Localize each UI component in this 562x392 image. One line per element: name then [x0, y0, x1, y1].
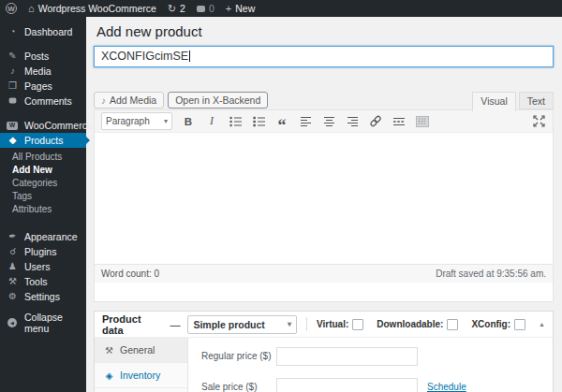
collapse-panel-icon[interactable]: ▲: [539, 321, 545, 327]
blockquote-button[interactable]: “: [274, 110, 289, 133]
link-icon: [369, 115, 382, 127]
sidebar-item-label: Plugins: [24, 246, 56, 257]
cube-icon: ◆: [7, 136, 19, 145]
updates-menu[interactable]: ↻ 2: [168, 3, 185, 14]
tab-general[interactable]: ⚒ General: [95, 338, 187, 363]
tab-text[interactable]: Text: [519, 92, 554, 109]
align-center-button[interactable]: [321, 114, 336, 129]
bulleted-list-button[interactable]: [228, 114, 243, 129]
comment-count: 0: [209, 3, 214, 14]
pages-icon: ❐: [7, 81, 19, 91]
sale-price-input[interactable]: [276, 378, 418, 392]
virtual-checkbox-label[interactable]: Virtual:: [317, 319, 363, 330]
product-data-header: Product data — Simple product ▾ Virtual:…: [95, 312, 553, 338]
collapse-arrow-icon: ◀: [7, 318, 19, 327]
regular-price-input[interactable]: [276, 347, 418, 366]
editor-toolbar: Paragraph ▾ B I “: [95, 110, 553, 133]
sidebar-item-posts[interactable]: ✎ Posts: [0, 49, 86, 64]
italic-button[interactable]: I: [204, 114, 219, 129]
schedule-link[interactable]: Schedule: [427, 382, 466, 392]
word-count: Word count: 0: [101, 269, 159, 279]
sidebar-item-plugins[interactable]: ☌ Plugins: [0, 244, 86, 259]
chevron-down-icon: ▾: [164, 117, 168, 125]
woocommerce-icon: W: [7, 122, 19, 130]
xconfig-checkbox-label[interactable]: XConfig:: [471, 319, 525, 330]
plug-icon: ☌: [7, 247, 19, 256]
site-menu[interactable]: ⌂ Wordpress WooCommerce: [28, 3, 156, 14]
media-icon: ♪: [7, 66, 19, 76]
sidebar-item-users[interactable]: ♟ Users: [0, 259, 86, 274]
new-content-menu[interactable]: + New: [226, 3, 255, 14]
checkbox-label-text: Downloadable:: [377, 319, 443, 329]
paintbrush-icon: ✒: [7, 232, 19, 241]
product-title-text: XCONFIGcimSE: [101, 50, 188, 63]
submenu-item-categories[interactable]: Categories: [0, 177, 86, 190]
product-data-title-dash: —: [170, 319, 180, 330]
add-media-button[interactable]: ♪ Add Media: [94, 92, 164, 109]
xconfig-checkbox[interactable]: [514, 319, 525, 330]
paragraph-select-value: Paragraph: [106, 116, 150, 126]
sidebar-item-woocommerce[interactable]: W WooCommerce: [0, 118, 86, 133]
insert-more-icon: [392, 116, 406, 127]
comments-icon: [197, 6, 205, 12]
align-left-button[interactable]: [298, 114, 313, 129]
align-center-icon: [323, 116, 335, 127]
product-title-input[interactable]: XCONFIGcimSE: [94, 46, 554, 67]
plus-icon: +: [226, 4, 231, 14]
products-submenu: All Products Add New Categories Tags Att…: [0, 148, 86, 220]
product-data-fields: Regular price ($) Sale price ($) Schedul…: [188, 338, 553, 392]
sidebar-item-dashboard[interactable]: ◔ Dashboard: [0, 24, 86, 39]
open-x-backend-button[interactable]: Open in X-Backend: [168, 92, 268, 109]
gear-icon: ⚙: [7, 292, 19, 301]
product-type-select[interactable]: Simple product ▾: [187, 315, 297, 334]
downloadable-checkbox[interactable]: [447, 319, 458, 330]
tab-inventory[interactable]: ◈ Inventory: [95, 363, 187, 388]
update-icon: ↻: [168, 4, 176, 14]
sidebar-item-comments[interactable]: Comments: [0, 94, 86, 109]
paragraph-select[interactable]: Paragraph ▾: [101, 112, 172, 130]
sidebar-item-media[interactable]: ♪ Media: [0, 64, 86, 79]
editor-content-area[interactable]: [95, 133, 553, 264]
checkbox-label-text: Virtual:: [317, 319, 348, 329]
editor-mode-tabs: Visual Text: [472, 92, 554, 109]
tab-label: Inventory: [120, 370, 160, 381]
submenu-item-tags[interactable]: Tags: [0, 190, 86, 203]
sidebar-item-label: Settings: [24, 291, 60, 302]
insert-more-button[interactable]: [392, 114, 407, 129]
wordpress-logo-icon[interactable]: W: [6, 3, 17, 14]
home-icon: ⌂: [28, 4, 35, 14]
add-media-label: Add Media: [110, 94, 156, 106]
sidebar-item-settings[interactable]: ⚙ Settings: [0, 289, 86, 304]
comments-menu[interactable]: 0: [197, 3, 214, 14]
link-button[interactable]: [368, 114, 383, 129]
fullscreen-icon: [533, 115, 545, 127]
align-right-button[interactable]: [345, 114, 360, 129]
submenu-item-add-new[interactable]: Add New: [0, 164, 86, 177]
submenu-item-all-products[interactable]: All Products: [0, 151, 86, 164]
sale-price-label: Sale price ($): [201, 382, 276, 392]
toolbar-toggle-icon: [416, 116, 429, 127]
fullscreen-button[interactable]: [531, 114, 546, 129]
product-data-body: ⚒ General ◈ Inventory Regular price ($) …: [95, 338, 553, 392]
sidebar-item-tools[interactable]: ⚒ Tools: [0, 274, 86, 289]
bold-button[interactable]: B: [181, 114, 196, 129]
submenu-item-attributes[interactable]: Attributes: [0, 203, 86, 216]
downloadable-checkbox-label[interactable]: Downloadable:: [377, 319, 458, 330]
comment-bubble-icon: [7, 96, 19, 106]
virtual-checkbox[interactable]: [352, 319, 363, 330]
toolbar-toggle-button[interactable]: [415, 114, 430, 129]
numbered-list-button[interactable]: [251, 114, 266, 129]
main-content: Add new product XCONFIGcimSE ♪ Add Media…: [86, 17, 562, 392]
sidebar-item-products[interactable]: ◆ Products: [0, 133, 86, 148]
chevron-down-icon: ▾: [288, 320, 291, 328]
sidebar-item-label: Collapse menu: [24, 312, 86, 334]
sale-price-row: Sale price ($) Schedule: [188, 371, 553, 392]
draft-saved-status: Draft saved at 9:35:56 am.: [436, 269, 546, 279]
sidebar-item-appearance[interactable]: ✒ Appearance: [0, 229, 86, 244]
sidebar-item-collapse-menu[interactable]: ◀ Collapse menu: [0, 315, 86, 330]
sidebar-item-pages[interactable]: ❐ Pages: [0, 79, 86, 94]
editor-status-bar: Word count: 0 Draft saved at 9:35:56 am.: [95, 264, 553, 283]
separator: [306, 317, 307, 331]
editor: Paragraph ▾ B I “: [94, 109, 554, 302]
tab-visual[interactable]: Visual: [472, 92, 515, 111]
